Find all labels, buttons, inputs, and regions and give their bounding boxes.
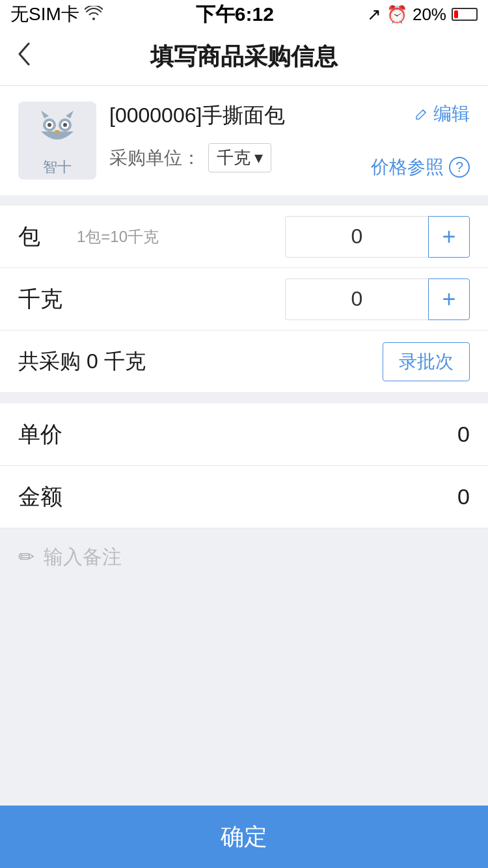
unit-label: 采购单位：: [109, 146, 200, 170]
location-icon: ↗: [367, 5, 381, 25]
edit-button[interactable]: 编辑: [414, 102, 470, 126]
carrier-label: 无SIM卡: [10, 2, 79, 27]
unit-price-label: 单价: [18, 420, 62, 450]
wifi-icon: [85, 4, 103, 25]
alarm-icon: ⏰: [386, 5, 407, 25]
confirm-label: 确定: [221, 821, 267, 853]
remark-placeholder: 输入备注: [44, 544, 122, 571]
kg-input[interactable]: [285, 278, 428, 320]
product-logo: 智十: [34, 105, 80, 176]
nav-bar: 填写商品采购信息: [0, 29, 488, 86]
kg-input-group: +: [285, 278, 470, 320]
summary-row: 共采购 0 千克 录批次: [0, 331, 488, 393]
amount-row: 金额 0: [0, 466, 488, 528]
logo-text: 智十: [34, 159, 80, 176]
confirm-bar[interactable]: 确定: [0, 806, 488, 868]
amount-value: 0: [457, 484, 470, 509]
kg-row: 千克 +: [0, 268, 488, 331]
bao-plus-button[interactable]: +: [428, 216, 470, 258]
battery-percent: 20%: [413, 5, 446, 25]
status-left: 无SIM卡: [10, 2, 103, 27]
content-fill-area: [0, 593, 488, 815]
status-bar: 无SIM卡 下午6:12 ↗ ⏰ 20%: [0, 0, 488, 29]
section-divider-2: [0, 393, 488, 403]
bao-label: 包: [18, 222, 70, 252]
unit-value: 千克: [217, 146, 251, 169]
back-button[interactable]: [16, 41, 31, 73]
bao-input[interactable]: [285, 216, 428, 258]
quantity-section: 包 1包=10千克 + 千克 + 共采购 0 千克 录批次: [0, 206, 488, 393]
bao-row: 包 1包=10千克 +: [0, 206, 488, 268]
section-divider-1: [0, 195, 488, 206]
product-thumbnail: 智十: [18, 102, 96, 180]
page-title: 填写商品采购信息: [150, 41, 338, 73]
status-time: 下午6:12: [196, 1, 274, 28]
pencil-icon: ✏: [18, 545, 34, 568]
record-batch-button[interactable]: 录批次: [383, 342, 470, 381]
unit-select[interactable]: 千克 ▾: [208, 143, 271, 172]
price-section: 单价 0 金额 0: [0, 403, 488, 528]
kg-plus-button[interactable]: +: [428, 278, 470, 320]
price-ref-button[interactable]: 价格参照 ?: [371, 155, 470, 180]
remark-section[interactable]: ✏ 输入备注: [0, 528, 488, 593]
price-ref-label: 价格参照: [371, 155, 444, 180]
summary-text: 共采购 0 千克: [18, 347, 146, 376]
product-card: 智十 [0000006]手撕面包 采购单位： 千克 ▾ 编辑 价格参照 ?: [0, 86, 488, 195]
unit-price-value: 0: [457, 422, 470, 447]
summary-amount: 0: [87, 349, 98, 373]
help-icon: ?: [449, 157, 470, 178]
kg-label: 千克: [18, 284, 70, 314]
battery-icon: [452, 8, 478, 21]
dropdown-icon: ▾: [254, 148, 263, 168]
bao-input-group: +: [285, 216, 470, 258]
unit-price-row: 单价 0: [0, 403, 488, 466]
bao-sublabel: 1包=10千克: [77, 226, 159, 247]
svg-point-5: [63, 123, 67, 127]
status-right: ↗ ⏰ 20%: [367, 5, 478, 25]
amount-label: 金额: [18, 482, 62, 512]
svg-point-4: [47, 123, 51, 127]
